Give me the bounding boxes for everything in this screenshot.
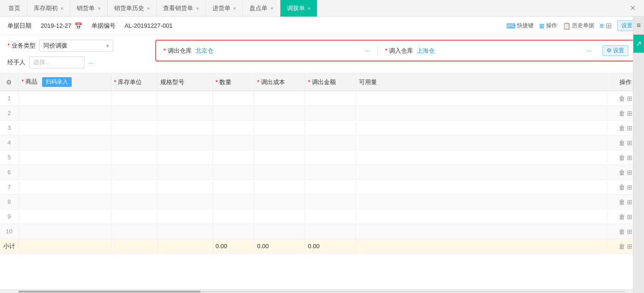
row-number: 9	[0, 209, 18, 224]
operate-btn[interactable]: ⊞ 操作	[539, 22, 557, 30]
sidebar-list-icon[interactable]: ≡	[633, 17, 644, 35]
delete-icon[interactable]: 🗑	[619, 139, 625, 146]
delete-icon[interactable]: 🗑	[619, 154, 625, 161]
close-sales-history[interactable]: ×	[147, 6, 150, 11]
product-cell[interactable]	[18, 195, 111, 209]
warehouse-in-label: * 调入仓库	[385, 47, 413, 55]
copy-icon[interactable]: ⊞	[627, 243, 632, 250]
delete-icon[interactable]: 🗑	[619, 183, 625, 191]
copy-icon[interactable]: ⊞	[627, 95, 632, 102]
business-type-select[interactable]: 同价调拨 ▾	[39, 40, 113, 52]
qty-cell	[213, 224, 254, 239]
product-cell[interactable]	[18, 106, 111, 121]
warehouse-settings-btn[interactable]: ⚙ 设置	[602, 45, 628, 56]
close-purchase[interactable]: ×	[233, 6, 236, 11]
delete-icon[interactable]: 🗑	[619, 169, 625, 176]
table-row: 2 🗑 ⊞	[0, 106, 644, 121]
unit-cell	[111, 106, 157, 121]
tab-bar: 首页 库存期初 × 销货单 × 销货单历史 × 查看销货单 × 进货单 × 盘点…	[0, 0, 644, 17]
tab-transfer[interactable]: 调拨单 ×	[280, 0, 317, 17]
copy-icon[interactable]: ⊞	[627, 183, 632, 191]
spec-cell	[157, 135, 213, 150]
available-cell	[356, 135, 607, 150]
tab-home[interactable]: 首页	[4, 0, 27, 17]
tab-inventory-init[interactable]: 库存期初 ×	[27, 0, 70, 17]
spec-cell	[157, 180, 213, 195]
window-close-button[interactable]: ✕	[625, 4, 640, 12]
row-number: 6	[0, 165, 18, 180]
spec-cell	[157, 150, 213, 165]
horizontal-scrollbar[interactable]	[0, 289, 644, 293]
tab-sales-history[interactable]: 销货单历史 ×	[108, 0, 157, 17]
table-row: 10 🗑 ⊞	[0, 224, 644, 239]
row-number: 1	[0, 91, 18, 106]
available-cell	[356, 209, 607, 224]
copy-icon[interactable]: ⊞	[627, 228, 632, 235]
delete-icon[interactable]: 🗑	[619, 95, 625, 102]
product-cell[interactable]	[18, 135, 111, 150]
cost-cell	[254, 91, 305, 106]
scan-button[interactable]: 扫码录入	[42, 77, 72, 87]
calendar-icon[interactable]: 📅	[74, 22, 82, 30]
row-number: 7	[0, 180, 18, 195]
copy-icon[interactable]: ⊞	[627, 139, 632, 146]
date-value: 2019-12-27 📅	[41, 22, 82, 30]
close-transfer[interactable]: ×	[308, 6, 310, 11]
handler-input[interactable]: 选择...	[29, 56, 85, 68]
qty-cell	[213, 121, 254, 135]
product-cell[interactable]	[18, 180, 111, 195]
history-btn[interactable]: 📋 历史单据	[563, 22, 594, 30]
delete-icon[interactable]: 🗑	[619, 243, 625, 250]
qty-cell	[213, 195, 254, 209]
copy-icon[interactable]: ⊞	[627, 124, 632, 132]
warehouse-in-more-btn[interactable]: ···	[586, 47, 591, 54]
cost-cell	[254, 165, 305, 180]
tab-view-sales[interactable]: 查看销货单 ×	[157, 0, 206, 17]
product-cell[interactable]	[18, 121, 111, 135]
delete-icon[interactable]: 🗑	[619, 228, 625, 235]
copy-icon[interactable]: ⊞	[627, 154, 632, 161]
table-row: 8 🗑 ⊞	[0, 195, 644, 209]
cost-cell	[254, 135, 305, 150]
gear-icon[interactable]: ⚙	[6, 79, 12, 86]
spec-col-header: 规格型号	[157, 73, 213, 91]
copy-icon[interactable]: ⊞	[627, 169, 632, 176]
delete-icon[interactable]: 🗑	[619, 124, 625, 132]
close-inventory-init[interactable]: ×	[61, 6, 63, 11]
scrollbar-thumb	[18, 291, 200, 293]
product-cell[interactable]	[18, 91, 111, 106]
table-body: 1 🗑 ⊞ 2 🗑 ⊞ 3 🗑 ⊞ 4 🗑 ⊞ 5 🗑 ⊞ 6 🗑 ⊞ 7 🗑 …	[0, 91, 644, 254]
unit-cell	[111, 180, 157, 195]
delete-icon[interactable]: 🗑	[619, 213, 625, 220]
qty-cell	[213, 106, 254, 121]
handler-more-btn[interactable]: ···	[88, 59, 93, 66]
shortcut-btn[interactable]: ⌨ 快捷键	[506, 22, 534, 30]
row-number: 8	[0, 195, 18, 209]
tab-inventory-check[interactable]: 盘点单 ×	[243, 0, 280, 17]
delete-icon[interactable]: 🗑	[619, 198, 625, 206]
row-number: 10	[0, 224, 18, 239]
close-inventory-check[interactable]: ×	[270, 6, 273, 11]
tab-sales-order[interactable]: 销货单 ×	[70, 0, 107, 17]
warehouse-out-more-btn[interactable]: ···	[365, 47, 370, 54]
close-view-sales[interactable]: ×	[196, 6, 199, 11]
table-row: 5 🗑 ⊞	[0, 150, 644, 165]
product-cell[interactable]	[18, 150, 111, 165]
amount-cell	[305, 121, 356, 135]
close-sales-order[interactable]: ×	[97, 6, 100, 11]
delete-icon[interactable]: 🗑	[619, 110, 625, 117]
table-row: 4 🗑 ⊞	[0, 135, 644, 150]
copy-icon[interactable]: ⊞	[627, 110, 632, 117]
product-cell[interactable]	[18, 165, 111, 180]
product-cell[interactable]	[18, 224, 111, 239]
view-toggle[interactable]: ≡ ⊞	[600, 21, 612, 30]
copy-icon[interactable]: ⊞	[627, 213, 632, 220]
operate-icon: ⊞	[539, 22, 545, 30]
tab-purchase[interactable]: 进货单 ×	[206, 0, 243, 17]
spec-cell	[157, 195, 213, 209]
sidebar-export-icon[interactable]: ↗	[633, 35, 644, 53]
copy-icon[interactable]: ⊞	[627, 198, 632, 206]
unit-cell	[111, 165, 157, 180]
warehouse-out-field: * 调出仓库 北京仓 ···	[164, 47, 370, 55]
product-cell[interactable]	[18, 209, 111, 224]
